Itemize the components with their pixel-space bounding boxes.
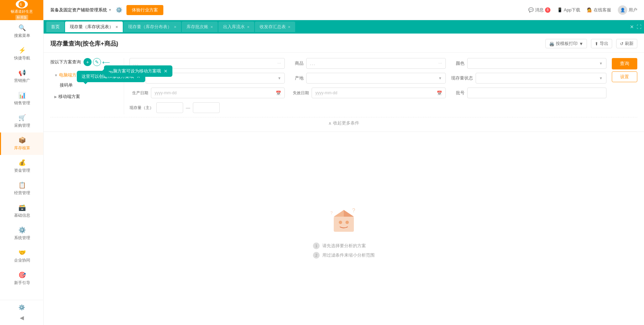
tab-close-icon[interactable]: ✕ <box>247 25 250 29</box>
tab-close-all-icon[interactable]: ✕ <box>630 24 634 30</box>
scroll-left-icon[interactable]: ⟵ <box>102 59 110 65</box>
filter-goods: 商品 ... ⋯ <box>290 58 445 69</box>
tooltip1-close-icon[interactable]: ✕ <box>164 68 168 74</box>
search-icon: 🔍 <box>18 24 26 32</box>
tab-close-icon[interactable]: ✕ <box>288 25 290 29</box>
dot-indicator <box>109 67 112 71</box>
sidebar-item-finance[interactable]: 💰 资金管理 <box>0 155 43 177</box>
print-button[interactable]: 🖨️ 按模板打印 ▼ <box>545 39 587 48</box>
produce-date-input[interactable]: yyyy-mm-dd 📅 <box>151 88 285 98</box>
tab-stock-batch-label: 库存批次账 <box>186 24 208 30</box>
sidebar-item-marketing[interactable]: 📢 营销推广 <box>0 65 43 88</box>
goods-select[interactable]: ... ⋯ <box>306 58 445 69</box>
settings-gear-icon[interactable]: ⚙️ <box>116 7 122 13</box>
produce-date-placeholder: yyyy-mm-dd <box>155 91 176 95</box>
filter-fields-panel: ... ⋯ 商品 ... ⋯ <box>124 58 606 114</box>
sidebar-item-search[interactable]: 🔍 搜索菜单 <box>0 20 43 43</box>
collapse-button[interactable]: ◀ <box>20 315 24 321</box>
sidebar-item-label: 快捷导航 <box>14 55 30 61</box>
plan-tooltip1: 电脑方案可设为移动方案哦 ✕ .tooltip-plan::before { c… <box>104 65 172 77</box>
collapse-up-icon: ∧ <box>328 121 332 126</box>
plan-tree-mobile[interactable]: ▶ 移动端方案 <box>53 92 120 102</box>
page-header: 现存量查询(按仓库+商品) 🖨️ 按模板打印 ▼ ⬆ 导出 ↺ 刷新 <box>44 34 644 53</box>
user-menu[interactable]: 👤 用户 <box>618 5 637 15</box>
tab-stock-status[interactable]: 现存量（库存状况表） ✕ <box>65 21 123 32</box>
query-buttons: 查询 设置 <box>606 58 637 114</box>
filter-row-2: 尺码 ▼ 产地 ▼ <box>129 73 606 84</box>
collapse-icon: ◀ <box>20 315 24 321</box>
sidebar-item-base[interactable]: 🗃️ 基础信息 <box>0 200 43 222</box>
color-arrow-icon: ▼ <box>599 61 603 65</box>
tab-stock-batch[interactable]: 库存批次账 ✕ <box>182 21 218 32</box>
filter-batch: 批号 <box>451 88 606 98</box>
empty-tip-2: 2 用过滤条件来缩小分析范围 <box>313 252 375 259</box>
sales-icon: 📊 <box>18 92 26 99</box>
app-download-button[interactable]: 📱 App下载 <box>557 7 580 13</box>
stock-status-select[interactable]: ▼ <box>476 73 606 84</box>
stock-main-label: 现存量（主） <box>129 105 154 111</box>
svg-text:?: ? <box>330 211 333 215</box>
add-plan-button[interactable]: + 这里可以创建和修改方案哦 ✕ <box>84 58 92 66</box>
sidebar-item-system[interactable]: ⚙️ 系统管理 <box>0 222 43 245</box>
sidebar-item-collab[interactable]: 🤝 企业协同 <box>0 245 43 267</box>
origin-select[interactable]: ▼ <box>306 73 445 84</box>
print-label: 按模板打印 <box>556 41 578 47</box>
more-conditions-label: 收起更多条件 <box>333 120 359 126</box>
sidebar-item-label: 采购管理 <box>14 123 30 128</box>
edit-plan-button[interactable]: ✎ <box>93 58 101 66</box>
header: 装备及固定资产辅助管理系统 ▼ ⚙️ 体验行业方案 💬 消息 8 📱 App下载… <box>44 0 644 20</box>
refresh-icon: ↺ <box>620 41 624 46</box>
message-icon: 💬 <box>528 7 534 12</box>
sidebar-item-purchase[interactable]: 🛒 采购管理 <box>0 110 43 132</box>
expire-date-label: 失效日期 <box>290 90 309 96</box>
system-name-dropdown[interactable]: 装备及固定资产辅助管理系统 ▼ <box>50 7 112 13</box>
tab-stock-dist[interactable]: 现存量（库存分布表） ✕ <box>123 21 181 32</box>
tab-stock-flow[interactable]: 出入库流水 ✕ <box>218 21 254 32</box>
tab-collect-summary[interactable]: 收发存汇总表 ✕ <box>255 21 295 32</box>
tab-close-icon[interactable]: ✕ <box>174 25 176 29</box>
more-conditions-button[interactable]: ∧ 收起更多条件 <box>328 120 359 126</box>
sidebar-item-label: 资金管理 <box>14 168 30 173</box>
tab-stock-flow-label: 出入库流水 <box>223 24 245 30</box>
tip-num-2: 2 <box>313 252 320 259</box>
refresh-button[interactable]: ↺ 刷新 <box>616 39 637 48</box>
sidebar: 6 畅通道好生意 标准版 🔍 搜索菜单 ⚡ 快捷导航 📢 营销推广 📊 销售管理… <box>0 0 44 325</box>
sidebar-item-label: 新手引导 <box>14 280 30 286</box>
goods-placeholder: ... <box>310 61 316 66</box>
tab-close-icon[interactable]: ✕ <box>115 25 118 29</box>
sidebar-item-inventory[interactable]: 📦 库存核算 <box>0 132 43 155</box>
more-conditions-row: ∧ 收起更多条件 <box>50 117 637 126</box>
filter-produce-date: 生产日期 yyyy-mm-dd 📅 <box>129 88 285 98</box>
finance-icon: 💰 <box>18 159 26 166</box>
stock-min-input[interactable] <box>156 102 183 113</box>
online-support-button[interactable]: 💁 在线客服 <box>587 7 611 13</box>
sidebar-item-guide[interactable]: 🎯 新手引导 <box>0 267 43 290</box>
sidebar-item-label: 基础信息 <box>14 213 30 218</box>
tab-home[interactable]: 首页 <box>46 21 64 32</box>
industry-solution-button[interactable]: 体验行业方案 <box>126 5 163 15</box>
logo-badge: 标准版 <box>15 15 28 20</box>
message-button[interactable]: 💬 消息 8 <box>528 7 550 13</box>
sidebar-item-sales[interactable]: 📊 销售管理 <box>0 88 43 110</box>
collapse-arrow-icon: ▼ <box>54 73 58 77</box>
tab-stock-status-label: 现存量（库存状况表） <box>70 24 113 30</box>
svg-text:6: 6 <box>20 2 22 6</box>
settings-button[interactable]: ⚙️ <box>18 304 25 311</box>
query-button[interactable]: 查询 <box>612 58 637 69</box>
export-button[interactable]: ⬆ 导出 <box>591 39 612 48</box>
tab-maximize-icon[interactable]: ⛶ <box>637 24 641 30</box>
plan-tree-mobile-label: 移动端方案 <box>58 94 80 100</box>
reset-button[interactable]: 设置 <box>612 71 637 82</box>
filter-stock-main: 现存量（主） — <box>129 102 287 113</box>
stock-max-input[interactable] <box>193 102 220 113</box>
stock-range: — <box>156 102 287 113</box>
sidebar-item-quick-nav[interactable]: ⚡ 快捷导航 <box>0 43 43 65</box>
tab-close-icon[interactable]: ✕ <box>210 25 213 29</box>
filter-label: 按以下方案查询 <box>50 59 81 65</box>
expire-date-input[interactable]: yyyy-mm-dd 📅 <box>312 88 445 98</box>
sidebar-item-ops[interactable]: 📋 经营管理 <box>0 177 43 200</box>
color-select[interactable]: ▼ <box>467 58 606 69</box>
plan-tooltip1-text: 电脑方案可设为移动方案哦 <box>109 68 161 74</box>
batch-input[interactable] <box>467 88 606 98</box>
filter-row-1: ... ⋯ 商品 ... ⋯ <box>129 58 606 69</box>
